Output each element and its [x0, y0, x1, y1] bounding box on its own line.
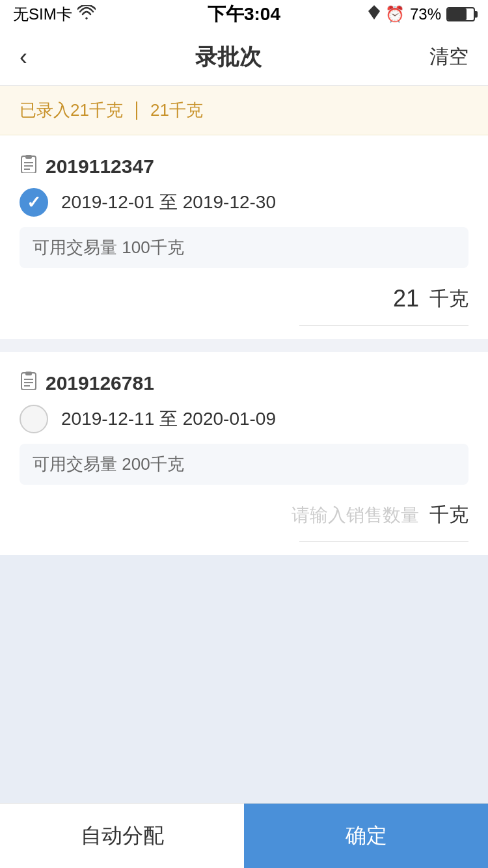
batch-id-1: 2019112347: [46, 156, 154, 178]
batch-header-2: 2019126781: [20, 372, 468, 394]
radio-2[interactable]: [20, 405, 48, 433]
batch-header-1: 2019112347: [20, 155, 468, 178]
available-1: 可用交易量 100千克: [33, 237, 184, 257]
batch-row-2[interactable]: 2019-12-11 至 2020-01-09: [20, 405, 468, 433]
status-right: ⏰ 73%: [368, 5, 475, 23]
quantity-unit-1: 千克: [429, 286, 468, 312]
batch-row-1[interactable]: 2019-12-01 至 2019-12-30: [20, 188, 468, 217]
confirm-button[interactable]: 确定: [244, 804, 488, 868]
svg-rect-6: [25, 372, 32, 375]
bottom-bar: 自动分配 确定: [0, 803, 488, 868]
batch-card-1: 2019112347 2019-12-01 至 2019-12-30 可用交易量…: [0, 135, 488, 339]
card-separator: [0, 339, 488, 352]
svg-rect-1: [25, 155, 32, 159]
wifi-icon: [77, 5, 96, 23]
empty-area: [0, 555, 488, 815]
content-area: 2019112347 2019-12-01 至 2019-12-30 可用交易量…: [0, 135, 488, 868]
quantity-unit-2: 千克: [429, 502, 468, 528]
batch-date-2: 2019-12-11 至 2020-01-09: [61, 407, 276, 431]
available-2: 可用交易量 200千克: [33, 454, 184, 474]
network-label: 无SIM卡: [13, 4, 72, 25]
batch-id-2: 2019126781: [46, 372, 154, 394]
status-bar: 无SIM卡 下午3:04 ⏰ 73%: [0, 0, 488, 29]
back-button[interactable]: ‹: [20, 44, 27, 71]
battery-icon: [446, 7, 475, 21]
info-banner: 已录入21千克 21千克: [0, 86, 488, 135]
location-icon: [368, 5, 380, 23]
status-time: 下午3:04: [208, 2, 280, 27]
info-divider: [136, 102, 137, 120]
quantity-row-1: 21 千克: [20, 278, 468, 325]
batch-info-2: 可用交易量 200千克: [20, 444, 468, 485]
clear-button[interactable]: 清空: [429, 44, 468, 70]
alarm-icon: ⏰: [385, 5, 405, 23]
batch-card-2: 2019126781 2019-12-11 至 2020-01-09 可用交易量…: [0, 352, 488, 555]
nav-bar: ‹ 录批次 清空: [0, 29, 488, 86]
batch-icon-2: [20, 372, 38, 394]
page-title: 录批次: [195, 42, 262, 72]
batch-info-1: 可用交易量 100千克: [20, 227, 468, 268]
battery-percent: 73%: [410, 5, 441, 23]
info-value: 21千克: [150, 99, 203, 122]
auto-distribute-button[interactable]: 自动分配: [0, 804, 244, 868]
batch-date-1: 2019-12-01 至 2019-12-30: [61, 190, 276, 215]
quantity-value-1: 21: [393, 285, 419, 312]
radio-1[interactable]: [20, 188, 48, 217]
quantity-row-2: 请输入销售数量 千克: [20, 495, 468, 541]
divider-2: [299, 541, 468, 542]
quantity-placeholder-2: 请输入销售数量: [291, 503, 419, 528]
info-label: 已录入21千克: [20, 99, 123, 122]
divider-1: [299, 325, 468, 326]
batch-icon-1: [20, 155, 38, 178]
status-left: 无SIM卡: [13, 4, 96, 25]
